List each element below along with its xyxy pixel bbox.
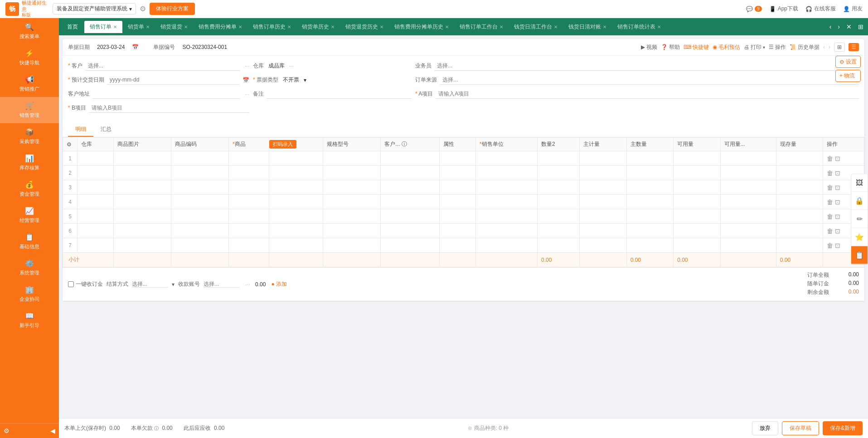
row-6-spec[interactable] [323, 224, 381, 238]
history-btn[interactable]: 📜 历史单据 [790, 43, 820, 51]
message-icon[interactable]: 💬 9 [746, 6, 762, 12]
row-2-qty2[interactable] [538, 166, 580, 180]
calendar-icon[interactable]: 📅 [132, 44, 139, 50]
row-2-product[interactable] [228, 166, 269, 180]
warehouse-more-icon[interactable]: ··· [289, 63, 294, 69]
row-7-main-qty[interactable] [626, 238, 674, 253]
row-3-attribute[interactable] [439, 180, 475, 195]
one-click-checkout-checkbox[interactable]: 一键收订金 [68, 280, 103, 288]
col-qty2[interactable]: 数量2 [538, 138, 580, 151]
row-4-code[interactable] [171, 195, 229, 209]
row-2-code[interactable] [171, 166, 229, 180]
row-2-spec[interactable] [323, 166, 381, 180]
sidebar-item-enterprise[interactable]: 🏢 企业协同 [0, 281, 59, 307]
col-settings[interactable]: ⚙ [63, 138, 78, 151]
row-1-product[interactable] [228, 151, 269, 166]
row-1-available-qty[interactable] [674, 151, 721, 166]
row-5-sales-unit[interactable] [475, 209, 537, 224]
row-7-spec[interactable] [323, 238, 381, 253]
sidebar-item-base-info[interactable]: 📋 基础信息 [0, 228, 59, 255]
tab-close-all[interactable]: ✕ [844, 22, 854, 32]
tab-sales-return-history[interactable]: 销货退货历史 ✕ [340, 21, 389, 33]
row-6-copy-btn[interactable]: ⊡ [835, 227, 840, 235]
right-panel-action-icon[interactable]: 📋 [851, 246, 868, 264]
row-1-current-stock[interactable] [776, 151, 823, 166]
row-3-available-more[interactable] [720, 180, 776, 195]
payment-account-more-icon[interactable]: ··· [245, 281, 250, 288]
tab-sales-order-history[interactable]: 销售订单历史 ✕ [247, 21, 296, 33]
row-3-copy-btn[interactable]: ⊡ [835, 184, 840, 191]
tab-sales-bill[interactable]: 销货单 ✕ [122, 21, 155, 33]
tab-credit-daily-clear[interactable]: 钱货日清工作台 ✕ [509, 21, 563, 33]
row-7-code[interactable] [171, 238, 229, 253]
row-2-main-qty[interactable] [626, 166, 674, 180]
user-avatar[interactable]: 👤 用友 [843, 5, 863, 13]
row-3-available-qty[interactable] [674, 180, 721, 195]
col-main-unit[interactable]: 主计量 [580, 138, 627, 151]
row-2-attribute[interactable] [439, 166, 475, 180]
sidebar-item-sales[interactable]: 🛒 销售管理 [0, 97, 59, 123]
row-7-warehouse[interactable] [78, 238, 114, 253]
tab-credit-reconcile[interactable]: 钱货日清对账 ✕ [563, 21, 612, 33]
col-customer-code[interactable]: 客户... ⓘ [381, 138, 440, 151]
row-7-qty2[interactable] [538, 238, 580, 253]
row-6-available-more[interactable] [720, 224, 776, 238]
row-1-delete-btn[interactable]: 🗑 [827, 155, 833, 162]
row-1-qty2[interactable] [538, 151, 580, 166]
row-5-copy-btn[interactable]: ⊡ [835, 213, 840, 220]
row-4-sales-unit[interactable] [475, 195, 537, 209]
row-7-product[interactable] [228, 238, 269, 253]
row-4-warehouse[interactable] [78, 195, 114, 209]
row-3-spec[interactable] [323, 180, 381, 195]
row-1-available-more[interactable] [720, 151, 776, 166]
salesperson-input[interactable] [434, 61, 859, 71]
col-sales-unit[interactable]: *销售单位 [475, 138, 537, 151]
row-5-customer-code[interactable] [381, 209, 440, 224]
row-3-code[interactable] [171, 180, 229, 195]
row-1-copy-btn[interactable]: ⊡ [835, 155, 840, 162]
row-5-attribute[interactable] [439, 209, 475, 224]
col-product-image[interactable]: 商品图片 [114, 138, 171, 151]
col-available-more[interactable]: 可用量... [720, 138, 776, 151]
tab-sales-return[interactable]: 销货退货 ✕ [155, 21, 193, 33]
row-3-customer-code[interactable] [381, 180, 440, 195]
tab-sales-stats[interactable]: 销售订单统计表 ✕ [612, 21, 666, 33]
grid-view-btn[interactable]: ⊞ [834, 43, 845, 52]
payment-method-input[interactable] [132, 281, 168, 288]
customer-input[interactable] [85, 61, 240, 71]
profit-btn[interactable]: ◉ 毛利预估 [713, 43, 740, 51]
row-3-qty2[interactable] [538, 180, 580, 195]
row-6-code[interactable] [171, 224, 229, 238]
row-7-available-more[interactable] [720, 238, 776, 253]
customer-more-icon[interactable]: ··· [245, 63, 249, 69]
row-7-available-qty[interactable] [674, 238, 721, 253]
order-source-input[interactable] [440, 75, 859, 85]
right-panel-lock-icon[interactable]: 🔒 [851, 192, 868, 210]
row-3-warehouse[interactable] [78, 180, 114, 195]
row-6-delete-btn[interactable]: 🗑 [827, 227, 833, 235]
col-attribute[interactable]: 属性 [439, 138, 475, 151]
row-7-main-unit[interactable] [580, 238, 627, 253]
tab-home[interactable]: 首页 [61, 21, 84, 33]
customer-address-input[interactable] [92, 89, 240, 99]
row-7-attribute[interactable] [439, 238, 475, 253]
row-4-available-qty[interactable] [674, 195, 721, 209]
row-7-copy-btn[interactable]: ⊡ [835, 242, 840, 249]
sidebar-item-operations[interactable]: 📈 经营管理 [0, 202, 59, 228]
row-6-attribute[interactable] [439, 224, 475, 238]
col-product-code[interactable]: 商品编码 [171, 138, 229, 151]
invoice-chevron-icon[interactable]: ▾ [304, 77, 306, 83]
tab-order-workbench[interactable]: 销售订单工作台 ✕ [454, 21, 509, 33]
row-1-spec[interactable] [323, 151, 381, 166]
row-6-available-qty[interactable] [674, 224, 721, 238]
col-scan[interactable]: 扫码录入 [269, 138, 323, 151]
row-5-qty2[interactable] [538, 209, 580, 224]
row-2-current-stock[interactable] [776, 166, 823, 180]
tab-expand-icon[interactable]: ⊞ [855, 22, 866, 32]
row-6-main-qty[interactable] [626, 224, 674, 238]
row-2-delete-btn[interactable]: 🗑 [827, 169, 833, 177]
sidebar-item-purchase[interactable]: 📦 采购管理 [0, 123, 59, 149]
row-5-product[interactable] [228, 209, 269, 224]
tab-expense-history[interactable]: 销售费用分摊单历史 ✕ [389, 21, 454, 33]
row-2-copy-btn[interactable]: ⊡ [835, 169, 840, 177]
